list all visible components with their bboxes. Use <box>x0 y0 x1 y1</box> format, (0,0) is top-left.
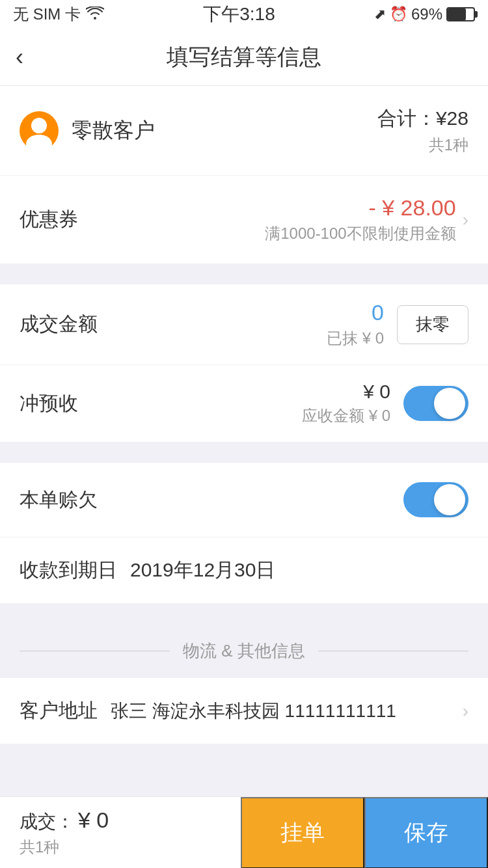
section-gap-1 <box>0 274 488 284</box>
debt-toggle[interactable] <box>403 482 468 517</box>
customer-right: 合计：¥28 共1种 <box>377 105 468 156</box>
duedate-value: 2019年12月30日 <box>130 557 275 584</box>
duedate-row: 收款到期日 2019年12月30日 <box>0 537 488 603</box>
prepaid-label: 冲预收 <box>20 390 78 417</box>
coupon-row[interactable]: 优惠券 - ¥ 28.00 满1000-100不限制使用金额 › <box>0 175 488 264</box>
logistics-line-right <box>318 651 468 651</box>
back-button[interactable]: ‹ <box>16 44 23 71</box>
total-count: 共1种 <box>377 135 468 156</box>
coupon-amount: - ¥ 28.00 <box>265 195 455 221</box>
section-gap-3 <box>0 614 488 624</box>
address-chevron-icon: › <box>463 701 468 722</box>
hang-button[interactable]: 挂单 <box>241 797 364 869</box>
nav-bar: ‹ 填写结算等信息 <box>0 29 488 86</box>
content: 零散客户 合计：¥28 共1种 优惠券 - ¥ 28.00 满1000-100不… <box>0 86 488 832</box>
transaction-label: 成交金额 <box>20 311 98 338</box>
battery-icon <box>446 7 475 21</box>
transaction-sub: 已抹 ¥ 0 <box>327 328 384 349</box>
coupon-info: - ¥ 28.00 满1000-100不限制使用金额 <box>265 195 455 244</box>
bottom-bar: 成交： ¥ 0 共1种 挂单 保存 <box>0 796 488 868</box>
prepaid-toggle[interactable] <box>403 386 468 421</box>
status-right: ⬈ ⏰ 69% <box>374 5 475 23</box>
coupon-chevron-icon: › <box>463 210 468 230</box>
total-amount: 合计：¥28 <box>377 105 468 132</box>
customer-avatar <box>20 111 59 150</box>
svg-point-1 <box>26 135 52 150</box>
bottom-deal-label: 成交： <box>20 809 74 834</box>
status-time: 下午3:18 <box>203 2 275 27</box>
save-button[interactable]: 保存 <box>364 797 488 869</box>
transaction-right: 0 已抹 ¥ 0 抹零 <box>327 300 468 349</box>
logistics-title: 物流 & 其他信息 <box>170 640 318 662</box>
address-row[interactable]: 客户地址 张三 海淀永丰科技园 11111111111 › <box>0 678 488 744</box>
customer-left: 零散客户 <box>20 111 155 150</box>
debt-card: 本单赊欠 收款到期日 2019年12月30日 <box>0 463 488 603</box>
location-icon: ⬈ <box>374 6 386 23</box>
duedate-label: 收款到期日 <box>20 557 117 584</box>
logistics-header: 物流 & 其他信息 <box>0 624 488 678</box>
wifi-icon <box>86 5 104 23</box>
transaction-amount-row: 成交金额 0 已抹 ¥ 0 抹零 <box>0 284 488 365</box>
debt-label: 本单赊欠 <box>20 487 98 513</box>
customer-row: 零散客户 合计：¥28 共1种 <box>0 86 488 175</box>
transaction-value: 0 <box>327 300 384 325</box>
coupon-right: - ¥ 28.00 满1000-100不限制使用金额 › <box>265 195 468 244</box>
alarm-icon: ⏰ <box>390 6 407 23</box>
debt-row: 本单赊欠 <box>0 463 488 537</box>
bottom-count: 共1种 <box>20 837 241 858</box>
prepaid-amounts: ¥ 0 应收金额 ¥ 0 <box>302 381 390 426</box>
battery-percent: 69% <box>411 5 442 23</box>
bottom-deal-row: 成交： ¥ 0 <box>20 807 241 834</box>
address-card: 客户地址 张三 海淀永丰科技园 11111111111 › <box>0 678 488 744</box>
nav-title: 填写结算等信息 <box>167 42 321 72</box>
bottom-deal-amount: ¥ 0 <box>78 807 109 833</box>
coupon-label: 优惠券 <box>20 206 78 233</box>
carrier-label: 无 SIM 卡 <box>13 4 81 25</box>
svg-point-0 <box>31 118 47 133</box>
prepaid-right: ¥ 0 应收金额 ¥ 0 <box>302 381 468 426</box>
prepaid-receivable: 应收金额 ¥ 0 <box>302 405 390 426</box>
transaction-card: 成交金额 0 已抹 ¥ 0 抹零 冲预收 ¥ 0 应收金额 ¥ 0 <box>0 284 488 442</box>
bottom-info: 成交： ¥ 0 共1种 <box>0 807 241 858</box>
address-label: 客户地址 <box>20 698 98 724</box>
round-button[interactable]: 抹零 <box>397 305 468 344</box>
status-bar: 无 SIM 卡 下午3:18 ⬈ ⏰ 69% <box>0 0 488 29</box>
customer-section: 零散客户 合计：¥28 共1种 优惠券 - ¥ 28.00 满1000-100不… <box>0 86 488 264</box>
logistics-line-left <box>20 651 170 651</box>
toggle-knob <box>434 388 465 419</box>
status-left: 无 SIM 卡 <box>13 4 104 25</box>
debt-toggle-knob <box>434 484 465 515</box>
customer-name: 零散客户 <box>72 116 155 145</box>
coupon-desc: 满1000-100不限制使用金额 <box>265 223 455 244</box>
address-value: 张三 海淀永丰科技园 11111111111 <box>111 699 463 724</box>
transaction-value-group: 0 已抹 ¥ 0 <box>327 300 384 349</box>
section-gap-2 <box>0 452 488 463</box>
prepaid-row: 冲预收 ¥ 0 应收金额 ¥ 0 <box>0 365 488 442</box>
prepaid-amount: ¥ 0 <box>302 381 390 403</box>
